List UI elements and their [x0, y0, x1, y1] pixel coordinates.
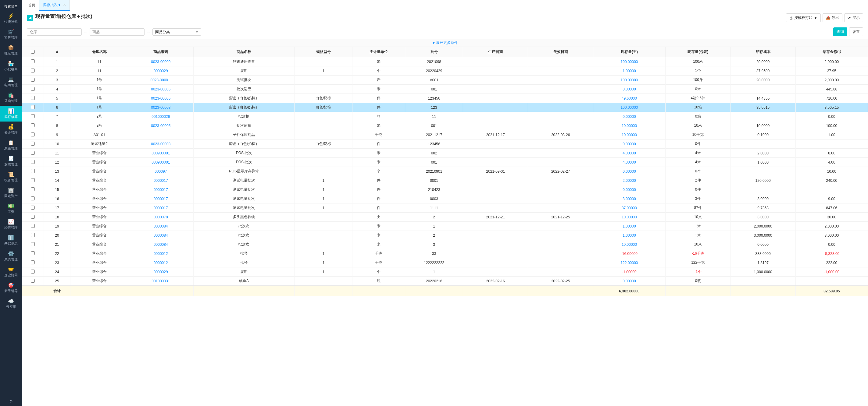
row-code[interactable]: 0000084 [128, 240, 193, 249]
row-checkbox[interactable] [31, 215, 35, 219]
row-checkbox[interactable] [31, 123, 35, 127]
row-qty[interactable]: 10.00000 [593, 212, 665, 222]
row-code[interactable]: 0023-0000... [128, 75, 193, 85]
row-checkbox[interactable] [31, 261, 35, 264]
row-checkbox[interactable] [31, 224, 35, 228]
row-checkbox[interactable] [31, 114, 35, 118]
tab-inventory-batch[interactable]: 库存批次▼ ✕ [39, 0, 70, 11]
export-btn[interactable]: 📤 导出 [823, 13, 842, 22]
sidebar-item-salary[interactable]: 💵 工资 [0, 201, 22, 216]
sidebar-item-cloud[interactable]: ☁️ 云应用 [0, 296, 22, 312]
row-checkbox[interactable] [31, 69, 35, 72]
row-qty[interactable]: 87.00000 [593, 203, 665, 212]
row-qty[interactable]: 49.60000 [593, 94, 665, 103]
row-code[interactable]: 0000029 [128, 267, 193, 276]
row-qty[interactable]: 10.00000 [593, 240, 665, 249]
row-checkbox[interactable] [31, 206, 35, 209]
row-qty[interactable]: 1.00000 [593, 222, 665, 231]
sidebar-item-cooperation[interactable]: 🤝 企业协同 [0, 264, 22, 280]
expand-conditions-btn[interactable]: ▼ 展开更多条件 [432, 40, 458, 45]
row-qty[interactable]: 4.00000 [593, 158, 665, 167]
tab-home[interactable]: 首页 [24, 0, 39, 11]
row-checkbox[interactable] [31, 59, 35, 63]
row-checkbox[interactable] [31, 178, 35, 182]
row-checkbox[interactable] [31, 151, 35, 155]
row-checkbox[interactable] [31, 233, 35, 237]
row-code[interactable]: 001000031 [128, 276, 193, 286]
row-qty[interactable]: 100.00000 [593, 75, 665, 85]
row-code[interactable]: 000900001 [128, 149, 193, 158]
row-code[interactable]: 0023-00005 [128, 85, 193, 94]
row-qty[interactable]: 1.00000 [593, 231, 665, 240]
category-select[interactable]: 商品分类 [152, 28, 201, 36]
sidebar-item-operation[interactable]: 📈 经营管理 [0, 216, 22, 232]
sidebar-item-wholesale[interactable]: 📦 批发管理 [0, 42, 22, 58]
row-qty[interactable]: 1.00000 [593, 66, 665, 75]
row-qty[interactable]: 0.00000 [593, 139, 665, 149]
row-code[interactable]: 0023-00005 [128, 121, 193, 130]
row-qty[interactable]: 4.00000 [593, 149, 665, 158]
row-checkbox[interactable] [31, 279, 35, 283]
collapse-btn[interactable]: ◀ [27, 15, 33, 21]
sidebar-item-inventory[interactable]: 📊 库存核算 [0, 106, 22, 122]
row-checkbox[interactable] [31, 187, 35, 191]
row-qty[interactable]: 100.00000 [593, 103, 665, 112]
row-qty[interactable]: 0.00000 [593, 276, 665, 286]
row-checkbox[interactable] [31, 197, 35, 200]
row-code[interactable]: 0000078 [128, 212, 193, 222]
row-checkbox[interactable] [31, 242, 35, 246]
row-qty[interactable]: 3.00000 [593, 194, 665, 203]
row-code[interactable]: 000097 [128, 167, 193, 176]
row-code[interactable]: 0023-00008 [128, 139, 193, 149]
row-code[interactable] [128, 130, 193, 139]
sidebar-item-tax[interactable]: 📜 税务管理 [0, 169, 22, 185]
sidebar-item-basic-info[interactable]: ℹ️ 基础信息 [0, 232, 22, 248]
print-btn[interactable]: 🖨 按模板打印 ▼ [786, 13, 821, 22]
row-checkbox[interactable] [31, 78, 35, 81]
row-qty[interactable]: 10.00000 [593, 130, 665, 139]
row-code[interactable]: 0023-00005 [128, 94, 193, 103]
sidebar-item-fixed-assets[interactable]: 🏢 固定资产 [0, 185, 22, 201]
sidebar-item-ledger[interactable]: 📋 总账管理 [0, 137, 22, 153]
row-code[interactable]: 0000012 [128, 258, 193, 267]
row-checkbox[interactable] [31, 105, 35, 109]
goods-input[interactable] [90, 28, 145, 36]
sidebar-item-ecommerce-small[interactable]: 🏪 小批电商 [0, 58, 22, 74]
row-code[interactable]: 0000084 [128, 222, 193, 231]
row-qty[interactable]: 122.00000 [593, 258, 665, 267]
tab-close-icon[interactable]: ✕ [63, 3, 66, 7]
select-all-checkbox[interactable] [31, 49, 35, 54]
sidebar-logo[interactable]: 搜索菜单 [0, 2, 22, 11]
row-checkbox[interactable] [31, 251, 35, 255]
row-qty[interactable]: 10.00000 [593, 121, 665, 130]
sidebar-item-retail[interactable]: 🛒 零售管理 [0, 27, 22, 42]
sidebar-item-quick-nav[interactable]: ⚡ 快捷导航 [0, 11, 22, 27]
sidebar-item-finance[interactable]: 💰 资金管理 [0, 122, 22, 137]
row-qty[interactable]: -1.00000 [593, 267, 665, 276]
row-code[interactable]: 001000026 [128, 112, 193, 121]
sidebar-item-guide[interactable]: 🎯 新手引导 [0, 280, 22, 296]
settings-panel-btn[interactable]: 设置 [849, 27, 863, 36]
sidebar-item-invoice[interactable]: 🧾 发票管理 [0, 153, 22, 169]
row-qty[interactable]: 0.00000 [593, 112, 665, 121]
settings-btn[interactable]: ⚙ [0, 397, 22, 406]
row-code[interactable]: 0000017 [128, 203, 193, 212]
row-checkbox[interactable] [31, 96, 35, 100]
row-checkbox[interactable] [31, 160, 35, 164]
warehouse-input[interactable] [27, 28, 82, 36]
sidebar-item-ecommerce[interactable]: 💻 电商管理 [0, 74, 22, 90]
row-qty[interactable]: -16.00000 [593, 249, 665, 258]
row-code[interactable]: 0000012 [128, 249, 193, 258]
row-code[interactable]: 000900001 [128, 158, 193, 167]
row-qty[interactable]: 2.00000 [593, 176, 665, 185]
row-qty[interactable]: 0.00000 [593, 85, 665, 94]
display-btn[interactable]: 👁 展示 [844, 13, 863, 22]
row-code[interactable]: 0000029 [128, 66, 193, 75]
row-checkbox[interactable] [31, 169, 35, 173]
row-checkbox[interactable] [31, 87, 35, 91]
row-code[interactable]: 0000017 [128, 185, 193, 194]
row-code[interactable]: 0023-00008 [128, 103, 193, 112]
sidebar-item-system[interactable]: ⚙️ 系统管理 [0, 248, 22, 264]
row-qty[interactable]: 0.00000 [593, 185, 665, 194]
row-checkbox[interactable] [31, 142, 35, 145]
